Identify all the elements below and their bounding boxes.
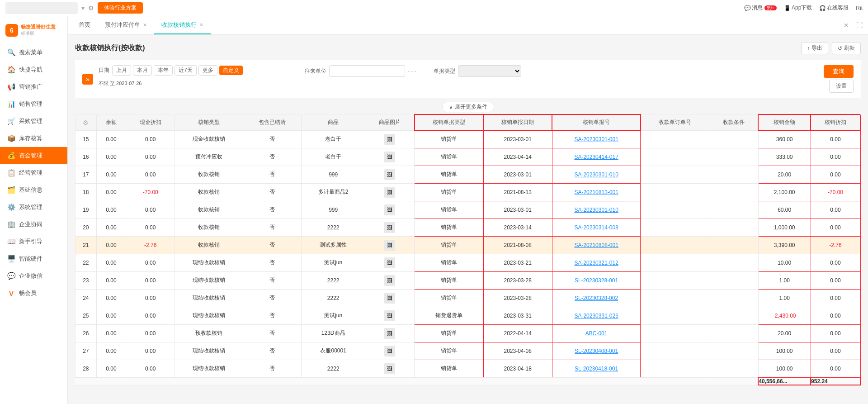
tab-bar-actions: ✕ ⛶ xyxy=(842,20,864,31)
cell-include-settled: 否 xyxy=(243,130,301,148)
cell-write-off-doc-no[interactable]: SA-20230301-010 xyxy=(552,166,641,183)
tab-prepay-close[interactable]: ✕ xyxy=(143,22,147,28)
cell-write-off-doc-no[interactable]: SL-20230328-001 xyxy=(552,271,641,289)
doc-type-select[interactable] xyxy=(458,65,521,77)
cell-write-off-doc-no[interactable]: SL-20230408-001 xyxy=(552,342,641,360)
expand-window-icon[interactable]: ⛶ xyxy=(854,20,864,31)
industry-solution-button[interactable]: 体验行业方案 xyxy=(98,2,143,14)
party-label: 往来单位 xyxy=(305,67,326,75)
party-filter-group: 往来单位 ··· xyxy=(305,65,417,77)
expand-more-button[interactable]: ∨ 展开更多条件 xyxy=(442,102,494,112)
tab-collection-close[interactable]: ✕ xyxy=(199,22,203,28)
online-service-link[interactable]: 🎧 在线客服 xyxy=(819,4,849,12)
user-name[interactable]: Rit xyxy=(856,5,863,11)
cell-write-off-doc-no[interactable]: SA-20230321-012 xyxy=(552,254,641,271)
date-curr-month[interactable]: 本月 xyxy=(133,65,152,76)
date-more[interactable]: 更多 xyxy=(198,65,217,76)
close-window-icon[interactable]: ✕ xyxy=(842,20,851,31)
cell-goods: 123D商品 xyxy=(302,324,365,342)
cell-include-settled: 否 xyxy=(243,201,301,219)
gear-icon[interactable]: ⚙ xyxy=(88,5,94,12)
cell-cash-discount: 0.00 xyxy=(126,201,175,219)
cell-write-off-amount: -2,430.00 xyxy=(758,307,811,324)
date-curr-year[interactable]: 本年 xyxy=(154,65,173,76)
refresh-button[interactable]: ↺ 刷新 xyxy=(832,42,861,54)
cell-write-off-type: 收款核销 xyxy=(175,219,243,236)
cell-write-off-doc-no[interactable]: ABC-001 xyxy=(552,324,641,342)
cell-write-off-type: 现结收款核销 xyxy=(175,360,243,378)
cell-goods-image: 🖼 xyxy=(365,130,415,148)
headset-icon: 🎧 xyxy=(819,5,826,11)
tab-prepay[interactable]: 预付冲应付单 ✕ xyxy=(98,16,154,34)
app-download-link[interactable]: 📱 App下载 xyxy=(784,4,812,12)
cell-write-off-doc-no[interactable]: SL-20230328-002 xyxy=(552,289,641,307)
sidebar-label-inventory: 库存核算 xyxy=(19,134,42,143)
cell-cash-discount: 0.00 xyxy=(126,360,175,378)
cell-write-off-doc-type: 销货单 xyxy=(415,130,483,148)
sidebar: 6 畅捷通谱好生意 标准版 🔍 搜索菜单 🏠 快捷导航 📢 营销推广 📊 销售管… xyxy=(0,16,68,404)
sidebar-item-finance[interactable]: 💰 资金管理 xyxy=(0,147,67,164)
cell-write-off-type: 现结收款核销 xyxy=(175,289,243,307)
sidebar-item-hardware[interactable]: 🖥️ 智能硬件 xyxy=(0,250,67,267)
search-box[interactable] xyxy=(5,2,78,14)
tab-home[interactable]: 首页 xyxy=(71,16,98,34)
col-header-goods: 商品 xyxy=(302,114,365,130)
cell-write-off-doc-no[interactable]: SA-20230301-010 xyxy=(552,201,641,219)
sidebar-item-enterprise[interactable]: 🏢 企业协同 xyxy=(0,216,67,233)
query-button[interactable]: 查询 xyxy=(824,65,854,78)
cell-no: 16 xyxy=(75,148,97,166)
sidebar-item-wechat[interactable]: 💬 企业微信 xyxy=(0,267,67,285)
date-7days[interactable]: 近7天 xyxy=(175,65,197,76)
sidebar-item-operations[interactable]: 📋 经营管理 xyxy=(0,164,67,181)
dropdown-icon[interactable]: ▾ xyxy=(81,5,85,12)
cell-collection-order xyxy=(641,271,709,289)
col-header-gear[interactable]: ⚙ xyxy=(75,114,97,130)
table-gear-icon[interactable]: ⚙ xyxy=(83,119,89,126)
date-prev-month[interactable]: 上月 xyxy=(112,65,131,76)
cell-write-off-doc-date: 2021-08-13 xyxy=(483,183,552,201)
sidebar-item-guide[interactable]: 📖 新手引导 xyxy=(0,233,67,250)
cell-no: 18 xyxy=(75,183,97,201)
sidebar-item-marketing[interactable]: 📢 营销推广 xyxy=(0,78,67,95)
cell-collection-order xyxy=(641,360,709,378)
date-custom-button[interactable]: 自定义 xyxy=(219,66,243,75)
cell-write-off-doc-no[interactable]: SA-20230301-001 xyxy=(552,130,641,148)
filter-collapse-button[interactable]: » xyxy=(82,74,93,85)
cell-goods-image: 🖼 xyxy=(365,219,415,236)
cell-goods: 测试jun xyxy=(302,307,365,324)
col-header-write-off-doc-type: 核销单据类型 xyxy=(415,114,483,130)
cell-goods-image: 🖼 xyxy=(365,289,415,307)
cell-goods-image: 🖼 xyxy=(365,236,415,254)
messages-link[interactable]: 💬 消息 99+ xyxy=(744,4,777,12)
export-button[interactable]: ↑ 导出 xyxy=(801,42,828,54)
party-input[interactable] xyxy=(329,65,405,77)
sidebar-item-purchase[interactable]: 🛒 采购管理 xyxy=(0,113,67,130)
sidebar-item-system[interactable]: ⚙️ 系统管理 xyxy=(0,199,67,216)
sidebar-item-quick-nav[interactable]: 🏠 快捷导航 xyxy=(0,61,67,78)
cell-write-off-doc-no[interactable]: SA-20210813-001 xyxy=(552,183,641,201)
cell-write-off-type: 收款核销 xyxy=(175,236,243,254)
sidebar-item-inventory[interactable]: 📦 库存核算 xyxy=(0,130,67,147)
sidebar-item-basic-info[interactable]: 🗂️ 基础信息 xyxy=(0,181,67,199)
cell-write-off-doc-no[interactable]: SA-20230414-017 xyxy=(552,148,641,166)
tab-collection[interactable]: 收款核销执行 ✕ xyxy=(154,16,211,34)
cell-write-off-doc-no[interactable]: SL-20230418-001 xyxy=(552,360,641,378)
cell-write-off-doc-type: 销货单 xyxy=(415,271,483,289)
cell-write-off-doc-no[interactable]: SA-20230331-026 xyxy=(552,307,641,324)
cell-write-off-doc-no[interactable]: SA-20230314-008 xyxy=(552,219,641,236)
product-image-thumb: 🖼 xyxy=(384,204,395,215)
top-bar-left: ▾ ⚙ 体验行业方案 xyxy=(5,2,741,14)
cell-collection-condition xyxy=(709,360,758,378)
cell-goods: 2222 xyxy=(302,219,365,236)
party-dots[interactable]: ··· xyxy=(408,67,417,76)
filter-action-group: 查询 设置 xyxy=(824,65,854,93)
sidebar-item-vip[interactable]: V 畅会员 xyxy=(0,285,67,302)
setting-button[interactable]: 设置 xyxy=(829,80,854,93)
cell-write-off-doc-no[interactable]: SA-20210808-001 xyxy=(552,236,641,254)
cell-collection-order xyxy=(641,130,709,148)
table-scrollbar[interactable] xyxy=(75,385,861,391)
sidebar-item-sales[interactable]: 📊 销售管理 xyxy=(0,95,67,113)
cell-write-off-discount: -70.00 xyxy=(811,183,860,201)
sidebar-item-search-menu[interactable]: 🔍 搜索菜单 xyxy=(0,44,67,61)
cell-cash-discount: -2.76 xyxy=(126,236,175,254)
